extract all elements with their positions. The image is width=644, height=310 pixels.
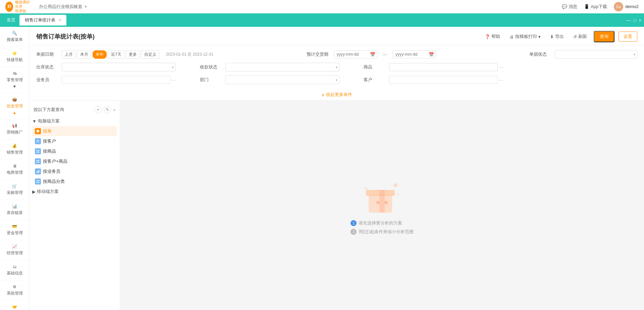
svg-rect-14 bbox=[38, 180, 39, 181]
salesperson-input[interactable] bbox=[62, 76, 170, 84]
sidebar-search-label: 搜索菜单 bbox=[7, 37, 23, 43]
svg-rect-8 bbox=[37, 162, 38, 163]
sidebar-item-ecommerce-label: 电商管理 bbox=[7, 170, 23, 175]
date-btn-this-year[interactable]: 本年 bbox=[93, 50, 107, 59]
ship-status-label: 出库状态 bbox=[36, 64, 56, 70]
tab-home[interactable]: 首页 bbox=[3, 15, 19, 25]
salesperson-more-icon[interactable]: ··· bbox=[172, 77, 176, 83]
refresh-button[interactable]: ↺ 刷新 bbox=[571, 32, 590, 41]
scheme-item-by-goods-category[interactable]: 按商品分类 bbox=[32, 176, 117, 187]
scheme-item-by-customer-goods[interactable]: 按客户+商品 bbox=[32, 156, 117, 166]
svg-rect-11 bbox=[38, 171, 38, 173]
download-icon: 📱 bbox=[584, 4, 589, 9]
system-icon: ⚙ bbox=[13, 285, 16, 289]
message-button[interactable]: 💬 消息 bbox=[562, 4, 577, 10]
basic-info-icon: 🗂 bbox=[13, 264, 17, 269]
sidebar: 🔍 搜索菜单 ⭐ 快捷导航 🛍 零售管理 ▼ 📦 批发管理 ▲ 📢 营销推广 💰… bbox=[0, 27, 30, 310]
svg-point-21 bbox=[393, 183, 397, 187]
scheme-item-by-goods[interactable]: 按商品 bbox=[32, 146, 117, 156]
customer-more-icon[interactable]: ··· bbox=[499, 77, 503, 83]
scheme-by-goods-category-icon bbox=[35, 178, 41, 185]
print-button[interactable]: 🖨 按模板打印 ▾ bbox=[507, 32, 543, 41]
department-label: 部门 bbox=[200, 77, 220, 83]
ship-status-select[interactable] bbox=[62, 63, 176, 71]
logo-text: 畅捷通好生意 标准版 bbox=[15, 0, 32, 13]
panel-collapse-button[interactable]: « bbox=[113, 107, 116, 112]
department-select[interactable] bbox=[225, 75, 339, 84]
sidebar-item-inventory-label: 库存核算 bbox=[7, 210, 23, 216]
sidebar-item-ecommerce[interactable]: 🖥 电商管理 bbox=[0, 160, 29, 180]
svg-rect-2 bbox=[37, 150, 38, 151]
salesperson-label: 业务员 bbox=[36, 77, 56, 83]
date-btn-custom[interactable]: 自定义 bbox=[141, 50, 159, 59]
svg-rect-20 bbox=[379, 196, 385, 213]
tab-sales-stat[interactable]: 销售订单统计表 × bbox=[19, 15, 66, 25]
date-btn-this-month[interactable]: 本月 bbox=[77, 50, 91, 59]
scheme-item-by-salesperson[interactable]: 按业务员 bbox=[32, 166, 117, 176]
main-layout: 🔍 搜索菜单 ⭐ 快捷导航 🛍 零售管理 ▼ 📦 批发管理 ▲ 📢 营销推广 💰… bbox=[0, 27, 644, 310]
settings-button[interactable]: 设置 bbox=[619, 32, 637, 42]
close-window-icon[interactable]: × bbox=[639, 18, 641, 23]
breadcrumb-chevron-icon: ▾ bbox=[85, 4, 87, 9]
scheme-group-mobile[interactable]: ▶ 移动端方案 bbox=[30, 187, 120, 197]
goods-more-icon[interactable]: ··· bbox=[499, 64, 503, 70]
sidebar-quick-nav[interactable]: ⭐ 快捷导航 bbox=[0, 47, 29, 67]
step2-circle: 2 bbox=[351, 229, 357, 235]
empty-state: 1 请先选择要分析的方案 2 用[过滤]条件来缩小分析范围 bbox=[351, 106, 413, 305]
add-scheme-button[interactable]: + bbox=[94, 106, 102, 113]
status-select-wrapper: ▾ bbox=[555, 50, 637, 59]
svg-rect-9 bbox=[38, 162, 39, 163]
sidebar-item-finance[interactable]: 💳 资金管理 bbox=[0, 220, 29, 240]
sidebar-item-purchase-label: 采购管理 bbox=[7, 190, 23, 196]
sidebar-item-basic-info[interactable]: 🗂 基础信息 bbox=[0, 260, 29, 280]
sidebar-item-marketing[interactable]: 📢 营销推广 bbox=[0, 119, 29, 140]
edit-scheme-button[interactable]: ✎ bbox=[104, 106, 111, 113]
collapse-bar[interactable]: ∧ 收起更多条件 bbox=[30, 89, 644, 101]
step1-circle: 1 bbox=[351, 220, 357, 226]
sidebar-item-operation[interactable]: 📈 经营管理 bbox=[0, 240, 29, 260]
date-label: 单据日期 bbox=[36, 51, 56, 57]
scheme-item-by-customer[interactable]: 按客户 bbox=[32, 136, 117, 146]
left-panel-header: 按以下方案查询 + ✎ « bbox=[30, 105, 120, 116]
customer-input[interactable] bbox=[389, 76, 498, 84]
sidebar-item-system[interactable]: ⚙ 系统管理 bbox=[0, 280, 29, 301]
sidebar-item-purchase[interactable]: 🛒 采购管理 bbox=[0, 180, 29, 200]
minimize-icon[interactable]: — bbox=[627, 18, 631, 23]
scheme-item-by-order[interactable]: 按单 bbox=[32, 126, 117, 136]
user-profile[interactable]: Ea demo2 bbox=[614, 2, 639, 11]
sidebar-item-retail[interactable]: 🛍 零售管理 ▼ bbox=[0, 67, 29, 93]
retail-icon: 🛍 bbox=[13, 71, 17, 76]
tab-close-icon[interactable]: × bbox=[59, 18, 61, 22]
empty-hint-1: 1 请先选择要分析的方案 bbox=[351, 220, 402, 226]
salesperson-field: ··· bbox=[62, 76, 176, 84]
sidebar-item-sales[interactable]: 💰 销售管理 bbox=[0, 140, 29, 160]
app-download-button[interactable]: 📱 App下载 bbox=[584, 4, 607, 10]
goods-field: ··· bbox=[389, 63, 503, 71]
right-content: 1 请先选择要分析的方案 2 用[过滤]条件来缩小分析范围 bbox=[120, 101, 644, 310]
maximize-icon[interactable]: □ bbox=[634, 18, 636, 23]
customer-label: 客户 bbox=[364, 77, 384, 83]
receive-status-wrapper: ▾ bbox=[225, 63, 339, 71]
scheme-group-pc[interactable]: ▼ 电脑端方案 bbox=[30, 116, 120, 126]
customer-field: ··· bbox=[389, 76, 503, 84]
date-btn-last-month[interactable]: 上月 bbox=[62, 50, 76, 59]
export-icon: ⬇ bbox=[550, 34, 554, 39]
ecommerce-icon: 🖥 bbox=[13, 164, 17, 168]
department-wrapper: ▾ bbox=[225, 75, 339, 84]
expected-date-label: 预计交货期 bbox=[307, 51, 328, 57]
date-btn-more[interactable]: 更多 bbox=[126, 50, 140, 59]
tab-bar: 首页 销售订单统计表 × — □ × bbox=[0, 13, 644, 27]
goods-input[interactable] bbox=[389, 63, 498, 71]
sidebar-search[interactable]: 🔍 搜索菜单 bbox=[0, 27, 29, 47]
sidebar-item-enterprise[interactable]: 🤝 企业协同 bbox=[0, 301, 29, 310]
sidebar-item-inventory[interactable]: 📊 库存核算 bbox=[0, 200, 29, 220]
receive-status-select[interactable] bbox=[225, 63, 339, 71]
query-button[interactable]: 查询 bbox=[594, 31, 614, 42]
export-button[interactable]: ⬇ 导出 bbox=[547, 32, 567, 41]
date-btn-7days[interactable]: 近7天 bbox=[108, 50, 124, 59]
help-button[interactable]: ❓ 帮助 bbox=[482, 32, 503, 41]
svg-point-24 bbox=[363, 197, 365, 199]
expand-icon: ▼ bbox=[32, 119, 37, 124]
sidebar-item-wholesale[interactable]: 📦 批发管理 ▲ bbox=[0, 93, 29, 119]
status-select[interactable] bbox=[555, 50, 637, 59]
